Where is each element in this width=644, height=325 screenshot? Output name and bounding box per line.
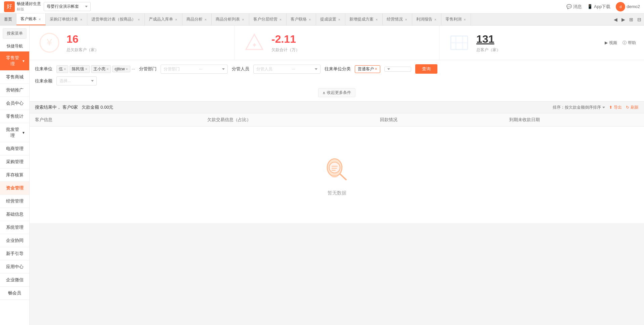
svg-text:✦: ✦ (252, 41, 257, 49)
results-info: 搜索结果中， 客户0家 欠款金额 0.00元 (35, 104, 113, 110)
sidebar-item-operations[interactable]: 经营管理 (0, 195, 29, 208)
tab-operations-close[interactable]: × (404, 17, 407, 22)
sidebar-item-retail-mall[interactable]: 零售商城 (0, 71, 29, 84)
filter-tag-wu-remove[interactable]: × (64, 67, 66, 71)
sidebar-item-member-center[interactable]: 会员中心 (0, 97, 29, 110)
tab-profit-report[interactable]: 利润报告 × (412, 13, 441, 25)
export-button[interactable]: ⬆ 导出 (609, 105, 622, 110)
tab-retail-profit[interactable]: 零售利润 × (441, 13, 471, 25)
stat-card-customers-info: 16 总欠款客户（家） (67, 33, 226, 52)
tab-production-inbound-label: 产成品入库单 (149, 16, 173, 22)
sidebar-item-vip-member-label: 畅会员 (8, 290, 21, 296)
top-bar-left: 好 畅捷通好生意 标版 母婴行业演示帐套 (4, 1, 91, 12)
tab-customer-contact-close[interactable]: × (308, 17, 311, 22)
sidebar-search-button[interactable]: 搜索菜单 (3, 28, 27, 39)
tab-profit-report-close[interactable]: × (434, 17, 437, 22)
filter-person-extra: ··· (292, 67, 295, 71)
chevron-up-icon: ∧ (323, 91, 326, 95)
collapse-button[interactable]: ∧ 收起更多条件 (318, 88, 355, 97)
tab-maximize[interactable]: ⊞ (628, 16, 635, 23)
tab-customer-tier[interactable]: 客户分层经营 × (249, 13, 287, 25)
results-customer-count: 客户0家 (62, 105, 78, 110)
filter-area: 往来单位 伍 × 陈民强 × 王小亮 × cjttcw (30, 60, 644, 102)
sidebar-item-batch-mgmt[interactable]: 批发管理 ▼ (0, 123, 29, 142)
table-header-customer: 客户信息 (35, 117, 207, 123)
tab-production-inbound[interactable]: 产成品入库单 × (145, 13, 182, 25)
tab-customer-ledger[interactable]: 客户账本 × (16, 13, 46, 25)
video-button[interactable]: ▶ 视频 (605, 40, 617, 46)
refresh-button[interactable]: ↻ 刷新 (626, 105, 639, 110)
tab-commission-settings-close[interactable]: × (338, 17, 341, 22)
filter-tag-wang-text: 王小亮 (93, 66, 105, 72)
tab-retail-profit-close[interactable]: × (463, 17, 466, 22)
filter-balance-select[interactable]: 选择... (56, 76, 97, 85)
sidebar-quick-nav[interactable]: 快捷导航 (0, 41, 29, 51)
user-profile[interactable]: d demo2 (616, 2, 640, 11)
tab-restore[interactable]: ⊟ (636, 16, 643, 23)
app-download-button[interactable]: 📱 App下载 (587, 4, 610, 10)
tab-product-analysis-list-close[interactable]: × (241, 17, 245, 22)
sidebar-item-marketing[interactable]: 营销推广 (0, 84, 29, 97)
sidebar-item-newbie[interactable]: 新手引导 (0, 247, 29, 260)
sidebar-item-retail-stats[interactable]: 零售统计 (0, 110, 29, 123)
message-button[interactable]: 💬 消息 (566, 4, 582, 10)
sidebar-item-system[interactable]: 系统管理 (0, 221, 29, 234)
tab-product-analysis-list[interactable]: 商品分析列表 × (212, 13, 249, 25)
sidebar-item-retail-mgmt[interactable]: 零售管理 ▼ (0, 51, 29, 71)
sidebar-item-app-center-label: 应用中心 (6, 264, 24, 270)
tab-commission-settings[interactable]: 提成设置 × (316, 13, 345, 25)
tab-production-inbound-close[interactable]: × (174, 17, 178, 22)
tab-operations[interactable]: 经营情况 × (383, 13, 412, 25)
logo-text-block: 畅捷通好生意 标版 (17, 1, 41, 12)
filter-tag-chen-remove[interactable]: × (85, 67, 87, 71)
tab-scroll-left[interactable]: ◀ (612, 16, 619, 23)
sidebar-item-purchase[interactable]: 采购管理 (0, 155, 29, 169)
sidebar-item-ecommerce[interactable]: 电商管理 (0, 142, 29, 155)
tab-customer-tier-label: 客户分层经营 (253, 16, 277, 22)
tab-customer-tier-close[interactable]: × (279, 17, 282, 22)
filter-tag-wang-remove[interactable]: × (106, 67, 109, 71)
filter-balance-label: 往来余额 (35, 78, 52, 84)
tab-inbound-stats-close[interactable]: × (137, 17, 140, 22)
filter-tag-cjttcw-remove[interactable]: × (126, 67, 128, 71)
sort-selector[interactable]: 排序：按欠款金额倒序排序 (553, 105, 605, 110)
tab-customer-contact[interactable]: 客户联络 × (287, 13, 316, 25)
tab-inbound-stats[interactable]: 进货单统计表（按商品） × (87, 13, 145, 25)
filter-person-label: 分管人员 (232, 66, 249, 72)
tab-scroll-right[interactable]: ▶ (620, 16, 627, 23)
tab-add-commission-close[interactable]: × (375, 17, 378, 22)
help-button[interactable]: ⓘ 帮助 (622, 40, 636, 46)
tab-product-analysis[interactable]: 商品分析 × (182, 13, 212, 25)
tab-add-commission[interactable]: 新增提成方案 × (345, 13, 383, 25)
sidebar-item-wechat-biz[interactable]: 企业微信 (0, 274, 29, 287)
tab-home[interactable]: 首页 (0, 13, 16, 25)
filter-category-dropdown[interactable] (384, 67, 411, 72)
sidebar-item-finance[interactable]: 资金管理 (0, 182, 29, 195)
tab-customer-ledger-close[interactable]: × (38, 17, 41, 22)
filter-tag-cjttcw-text: cjttcw (115, 67, 125, 71)
sidebar-item-enterprise[interactable]: 企业协同 (0, 234, 29, 247)
filter-dept-select[interactable]: 分管部门 ··· (161, 65, 228, 74)
sidebar-item-app-center[interactable]: 应用中心 (0, 260, 29, 274)
filter-tag-wang: 王小亮 × (91, 65, 111, 73)
filter-tag-more[interactable]: ··· (132, 67, 135, 71)
filter-person-select[interactable]: 分管人员 ··· (253, 65, 320, 74)
data-table: 客户信息 欠款交易信息（占比） 回款情况 到期未收款日期 (30, 113, 644, 223)
stat-card-total-info: 131 总客户（家） (476, 33, 599, 52)
store-selector[interactable]: 母婴行业演示帐套 (44, 2, 91, 11)
query-button[interactable]: 查询 (415, 64, 437, 74)
message-icon: 💬 (566, 4, 572, 9)
filter-category-tag-normal: 普通客户 × (355, 65, 380, 73)
filter-category-tag-remove[interactable]: × (375, 67, 377, 71)
results-amount-value: 0.00元 (100, 105, 113, 110)
sidebar-item-basic-info[interactable]: 基础信息 (0, 208, 29, 221)
tab-purchase-order-stats-close[interactable]: × (79, 17, 83, 22)
stat-card-actions: ▶ 视频 ⓘ 帮助 (605, 40, 636, 46)
sidebar-item-vip-member[interactable]: 畅会员 (0, 287, 29, 300)
tab-product-analysis-close[interactable]: × (204, 17, 207, 22)
tab-actions: ◀ ▶ ⊞ ⊟ (611, 16, 644, 23)
tab-purchase-order-stats[interactable]: 采购订单统计表 × (46, 13, 87, 25)
sidebar-item-inventory[interactable]: 库存核算 (0, 169, 29, 182)
sidebar-item-marketing-label: 营销推广 (6, 87, 24, 93)
svg-text:¥: ¥ (46, 37, 52, 47)
